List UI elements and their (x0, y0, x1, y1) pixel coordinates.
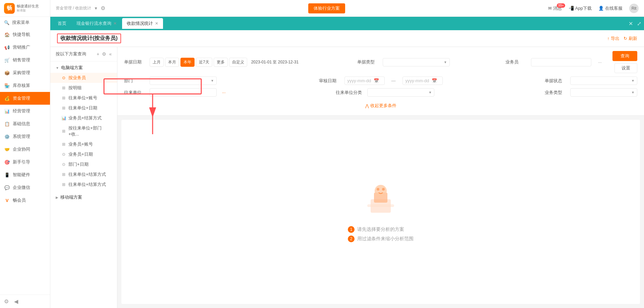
sidebar-item-marketing[interactable]: 📢 营销推广 (0, 41, 50, 54)
guide-icon: 🎯 (4, 159, 10, 165)
date-btn-this-year[interactable]: 本年 (180, 58, 195, 67)
sidebar-item-wechat[interactable]: 💬 企业微信 (0, 181, 50, 194)
query-button[interactable]: 查询 (612, 51, 637, 61)
date-btn-custom[interactable]: 自定义 (229, 58, 247, 67)
sidebar-item-label: 销售管理 (13, 57, 30, 63)
date-btn-last-month[interactable]: 上月 (150, 58, 164, 67)
sidebar-item-operation[interactable]: 📊 经营管理 (0, 105, 50, 117)
scheme-unit-account-icon: ⊞ (61, 95, 66, 101)
sidebar-item-sales[interactable]: 🛒 销售管理 (0, 54, 50, 66)
biz-type-select-wrap (570, 88, 637, 97)
page-header: 收款情况统计(按业务员) ↑ 导出 ↻ 刷新 (50, 30, 644, 47)
service-icon: 👤 (598, 6, 604, 11)
sidebar-item-inventory[interactable]: 🏪 库存核算 (0, 79, 50, 92)
header-right: ✉ 消息 99+ 📲 App下载 👤 在线客服 Rit (548, 4, 639, 13)
doc-type-label: 单据类型 (357, 59, 377, 65)
scheme-salesman-settle-icon: 📊 (61, 115, 66, 121)
sidebar-item-label: 资金管理 (13, 95, 30, 101)
doc-status-select[interactable] (570, 76, 637, 85)
date-btn-this-month[interactable]: 本月 (165, 58, 179, 67)
scheme-item-unit-date[interactable]: ⊞ 往来单位+日期 (50, 103, 117, 113)
scheme-item-by-salesman[interactable]: ⊙ 按业务员 (50, 73, 117, 83)
step-1-label: 请先选择要分析的方案 (357, 226, 404, 233)
salesman-input[interactable] (531, 58, 591, 66)
app-download-button[interactable]: 📲 App下载 (569, 5, 592, 11)
setting-button[interactable]: 设置 (614, 63, 637, 73)
sidebar-search[interactable]: 🔍 搜索菜单 (0, 17, 50, 28)
filter-row-2: 部门 审核日期 yyyy-mm-dd 📅 — yyyy-mm-dd (124, 76, 637, 85)
trial-button[interactable]: 体验行业方案 (308, 3, 345, 13)
tab-maximize-icon[interactable]: ⤢ (637, 20, 641, 27)
date-btn-7days[interactable]: 近7天 (196, 58, 212, 67)
tab-collection[interactable]: 收款情况统计 ✕ (122, 18, 163, 29)
right-panel: 单据日期 上月 本月 本年 近7天 更多 自定义 2023-01-01 至 20… (117, 47, 644, 308)
date-btn-more[interactable]: 更多 (214, 58, 228, 67)
salesman-more-icon[interactable]: ··· (598, 60, 602, 65)
sidebar-item-finance[interactable]: 💰 资金管理 (0, 92, 50, 105)
export-button[interactable]: ↑ 导出 (607, 36, 620, 42)
scheme-item-label: 往来单位+日期 (68, 105, 97, 111)
scheme-group-header-desktop[interactable]: ▼ 电脑端方案 (50, 63, 117, 73)
empty-step-1: 1 请先选择要分析的方案 (348, 226, 414, 233)
hardware-icon: 📱 (4, 172, 10, 178)
scheme-item-salesman-date[interactable]: ⊙ 业务员+日期 (50, 149, 117, 159)
finance-icon: 💰 (4, 95, 10, 101)
tab-close-icon[interactable]: ✕ (629, 20, 633, 27)
scheme-item-unit-account[interactable]: ⊞ 往来单位+账号 (50, 93, 117, 103)
message-badge: 99+ (557, 3, 565, 8)
review-date-to[interactable]: yyyy-mm-dd 📅 (402, 76, 443, 85)
scheme-item-unit-dept-collect[interactable]: ⊞ 按往来单位+部门+收... (50, 123, 117, 139)
panel-header-actions: + ⚙ « (97, 51, 112, 57)
sidebar-item-quicknav[interactable]: 🏠 快捷导航 (0, 28, 50, 41)
marketing-icon: 📢 (4, 44, 10, 50)
scheme-item-salesman-settle[interactable]: 📊 业务员+结算方式 (50, 113, 117, 123)
tab-collection-close[interactable]: ✕ (155, 21, 158, 26)
unit-input[interactable] (150, 88, 217, 97)
empty-illustration (361, 179, 401, 219)
scheme-salesman-icon: ⊙ (61, 75, 66, 81)
tab-bar: 首页 现金银行流水查询 ✕ 收款情况统计 ✕ ✕ ⤢ (50, 17, 644, 30)
message-button[interactable]: ✉ 消息 99+ (548, 5, 562, 11)
sidebar-item-purchase[interactable]: 📦 采购管理 (0, 66, 50, 79)
sidebar-item-member[interactable]: V 畅会员 (0, 194, 50, 207)
sidebar-item-label: 营销推广 (13, 44, 30, 50)
settings-icon[interactable]: ⚙ (101, 5, 105, 11)
user-avatar-area[interactable]: Rit (629, 4, 639, 13)
unit-more-icon[interactable]: ··· (222, 90, 226, 95)
panel-settings-icon[interactable]: ⚙ (102, 51, 106, 57)
dept-select[interactable] (150, 76, 217, 85)
doc-status-label: 单据状态 (545, 78, 565, 84)
tab-bank[interactable]: 现金银行流水查询 ✕ (72, 18, 121, 29)
filter-row-1: 单据日期 上月 本月 本年 近7天 更多 自定义 2023-01-01 至 20… (124, 51, 637, 73)
online-service-button[interactable]: 👤 在线客服 (598, 5, 623, 11)
scheme-item-dept-date[interactable]: ⊙ 部门+日期 (50, 159, 117, 169)
scheme-item-label: 按业务员 (68, 75, 86, 81)
scheme-item-salesman-account[interactable]: ⊞ 业务员+账号 (50, 139, 117, 149)
scheme-item-unit-settle1[interactable]: ⊞ 往来单位+结算方式 (50, 169, 117, 179)
sidebar-item-basic[interactable]: 📋 基础信息 (0, 117, 50, 130)
biz-type-select[interactable] (570, 88, 637, 97)
scheme-unit-dept-icon: ⊞ (61, 129, 66, 134)
collapse-button[interactable]: ⋀ 收起更多条件 (124, 100, 637, 111)
collapse-bottom-icon[interactable]: ◀ (14, 298, 18, 305)
settings-bottom-icon[interactable]: ⚙ (4, 298, 9, 305)
svg-point-2 (375, 185, 387, 197)
calendar-icon[interactable]: 📅 (432, 78, 437, 83)
doc-type-select[interactable] (383, 58, 450, 66)
panel-collapse-icon[interactable]: « (109, 51, 112, 57)
sidebar-item-guide[interactable]: 🎯 新手引导 (0, 156, 50, 168)
tab-bank-close[interactable]: ✕ (113, 21, 117, 26)
review-date-from[interactable]: yyyy-mm-dd 📅 (344, 76, 385, 85)
scheme-item-unit-settle2[interactable]: ⊞ 往来单位+结算方式 (50, 179, 117, 190)
sidebar-item-system[interactable]: ⚙️ 系统管理 (0, 130, 50, 143)
panel-add-icon[interactable]: + (97, 51, 99, 57)
unit-class-select[interactable] (367, 88, 434, 97)
refresh-button[interactable]: ↻ 刷新 (624, 36, 637, 42)
scheme-group-header-mobile[interactable]: ▶ 移动端方案 (50, 192, 117, 202)
collapse-label: 收起更多条件 (370, 103, 396, 109)
scheme-item-by-detail[interactable]: ⊞ 按明细 (50, 83, 117, 93)
tab-home[interactable]: 首页 (53, 18, 71, 29)
sidebar-item-cooperation[interactable]: 🤝 企业协同 (0, 143, 50, 156)
calendar-icon[interactable]: 📅 (374, 78, 379, 83)
sidebar-item-hardware[interactable]: 📱 智能硬件 (0, 168, 50, 181)
